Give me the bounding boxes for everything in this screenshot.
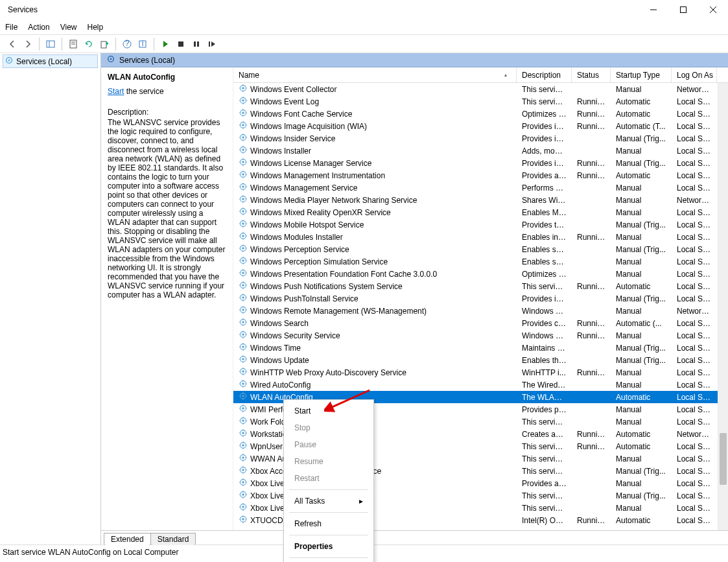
service-startup-type: Manual xyxy=(611,454,672,463)
scrollbar-thumb[interactable] xyxy=(720,433,727,485)
column-name[interactable]: Name▴ xyxy=(233,67,517,82)
service-status: Running xyxy=(572,430,611,439)
service-startup-type: Automatic (T... xyxy=(611,122,672,131)
service-row[interactable]: Windows Management ServicePerforms m...M… xyxy=(233,181,728,194)
service-description: Maintains d... xyxy=(517,344,572,353)
service-row[interactable]: Windows InstallerAdds, modi...ManualLoca… xyxy=(233,145,728,157)
service-row[interactable]: Windows Remote Management (WS-Management… xyxy=(233,305,728,317)
context-menu-item-properties[interactable]: Properties xyxy=(284,538,373,555)
column-log-on-as[interactable]: Log On As xyxy=(672,67,717,82)
tree-root-label: Services (Local) xyxy=(16,57,72,66)
svg-point-97 xyxy=(242,235,244,237)
export-list-button[interactable] xyxy=(97,37,112,51)
service-row[interactable]: Windows Mixed Reality OpenXR ServiceEnab… xyxy=(233,206,728,218)
service-status: Running xyxy=(572,159,611,168)
service-description: Provides inf... xyxy=(517,159,572,168)
gear-icon xyxy=(239,158,248,169)
context-menu-item-refresh[interactable]: Refresh xyxy=(284,515,373,532)
pause-service-button[interactable] xyxy=(189,37,204,51)
show-hide-tree-button[interactable] xyxy=(43,37,58,51)
service-row[interactable]: Windows PushToInstall ServiceProvides in… xyxy=(233,292,728,305)
minimize-button[interactable] xyxy=(639,0,668,19)
service-row[interactable]: Windows Image Acquisition (WIA)Provides … xyxy=(233,120,728,132)
service-log-on-as: Local Syste... xyxy=(672,208,717,217)
menu-action[interactable]: Action xyxy=(28,23,49,32)
service-name: Windows Management Instrumentation xyxy=(250,171,385,180)
service-startup-type: Manual (Trig... xyxy=(611,467,672,476)
service-log-on-as: Local Service xyxy=(672,97,717,106)
service-description: WinHTTP i... xyxy=(517,368,572,377)
menu-view[interactable]: View xyxy=(60,23,77,32)
restart-service-button[interactable] xyxy=(205,37,219,51)
service-description: Creates and... xyxy=(517,430,572,439)
gear-icon xyxy=(239,108,248,119)
gear-icon xyxy=(239,441,248,452)
service-description: Provides th... xyxy=(517,220,572,229)
column-description[interactable]: Description xyxy=(517,67,572,82)
start-service-link[interactable]: Start xyxy=(108,87,124,96)
service-row[interactable]: Windows Event CollectorThis service ...M… xyxy=(233,83,728,95)
result-pane: Services (Local) WLAN AutoConfig Start t… xyxy=(101,53,728,544)
service-startup-type: Manual xyxy=(611,504,672,513)
service-log-on-as: Local Syste... xyxy=(672,405,717,414)
service-startup-type: Manual (Trig... xyxy=(611,344,672,353)
service-row[interactable]: Windows Perception ServiceEnables spa...… xyxy=(233,243,728,255)
service-row[interactable]: Windows License Manager ServiceProvides … xyxy=(233,157,728,169)
service-row[interactable]: Windows Font Cache ServiceOptimizes p...… xyxy=(233,108,728,120)
forward-button[interactable] xyxy=(21,37,35,51)
service-log-on-as: Local Syste... xyxy=(672,356,717,365)
service-name: Windows Presentation Foundation Font Cac… xyxy=(250,270,437,279)
service-startup-type: Automatic (... xyxy=(611,319,672,328)
service-description: Enables inst... xyxy=(517,233,572,242)
service-row[interactable]: Windows Event LogThis service ...Running… xyxy=(233,95,728,108)
service-row[interactable]: Windows Push Notifications System Servic… xyxy=(233,280,728,292)
help-button[interactable]: ? xyxy=(120,37,134,51)
service-row[interactable]: Windows UpdateEnables the ...Manual (Tri… xyxy=(233,354,728,366)
svg-point-109 xyxy=(242,259,244,262)
back-button[interactable] xyxy=(5,37,19,51)
svg-rect-6 xyxy=(47,41,54,47)
service-row[interactable]: Windows Modules InstallerEnables inst...… xyxy=(233,231,728,243)
service-row[interactable]: Windows Management InstrumentationProvid… xyxy=(233,169,728,181)
tree-root-services-local[interactable]: Services (Local) xyxy=(3,54,98,68)
refresh-button[interactable] xyxy=(82,37,96,51)
close-button[interactable] xyxy=(698,0,728,19)
service-row[interactable]: Windows Presentation Foundation Font Cac… xyxy=(233,268,728,280)
service-name: Windows Image Acquisition (WIA) xyxy=(250,122,367,131)
service-row[interactable]: Windows Security ServiceWindows Se...Run… xyxy=(233,329,728,342)
column-status[interactable]: Status xyxy=(572,67,611,82)
service-row[interactable]: Windows Mobile Hotspot ServiceProvides t… xyxy=(233,218,728,231)
vertical-scrollbar[interactable] xyxy=(718,83,728,530)
service-row[interactable]: WinHTTP Web Proxy Auto-Discovery Service… xyxy=(233,366,728,379)
service-row[interactable]: Windows Media Player Network Sharing Ser… xyxy=(233,194,728,206)
about-button[interactable]: i xyxy=(135,37,150,51)
service-description: Provides im... xyxy=(517,122,572,131)
service-row[interactable]: Windows TimeMaintains d...Manual (Trig..… xyxy=(233,342,728,354)
tab-standard[interactable]: Standard xyxy=(150,533,196,545)
service-row[interactable]: Wired AutoConfigThe Wired A...ManualLoca… xyxy=(233,379,728,391)
tab-extended[interactable]: Extended xyxy=(104,533,151,545)
maximize-button[interactable] xyxy=(668,0,698,19)
service-startup-type: Manual xyxy=(611,183,672,193)
gear-icon xyxy=(239,404,248,415)
service-startup-type: Manual (Trig... xyxy=(611,491,672,500)
stop-service-button[interactable] xyxy=(174,37,188,51)
service-log-on-as: Local Syste... xyxy=(672,134,717,143)
gear-icon xyxy=(239,133,248,144)
service-log-on-as: Local Syste... xyxy=(672,257,717,266)
service-row[interactable]: Windows SearchProvides co...RunningAutom… xyxy=(233,317,728,329)
properties-button[interactable] xyxy=(66,37,80,51)
start-service-button[interactable] xyxy=(158,37,172,51)
column-startup-type[interactable]: Startup Type xyxy=(611,67,672,82)
service-startup-type: Manual xyxy=(611,146,672,156)
context-menu-separator xyxy=(289,535,368,535)
service-row[interactable]: Windows Insider ServiceProvides inf...Ma… xyxy=(233,132,728,145)
service-row[interactable]: Windows Perception Simulation ServiceEna… xyxy=(233,255,728,268)
service-startup-type: Manual xyxy=(611,405,672,414)
service-name: Windows Search xyxy=(250,319,309,328)
menu-file[interactable]: File xyxy=(5,23,18,32)
service-startup-type: Manual xyxy=(611,368,672,377)
menu-help[interactable]: Help xyxy=(88,23,104,32)
service-description: Enables Mix... xyxy=(517,208,572,217)
context-menu-item-all-tasks[interactable]: All Tasks▸ xyxy=(284,493,373,509)
